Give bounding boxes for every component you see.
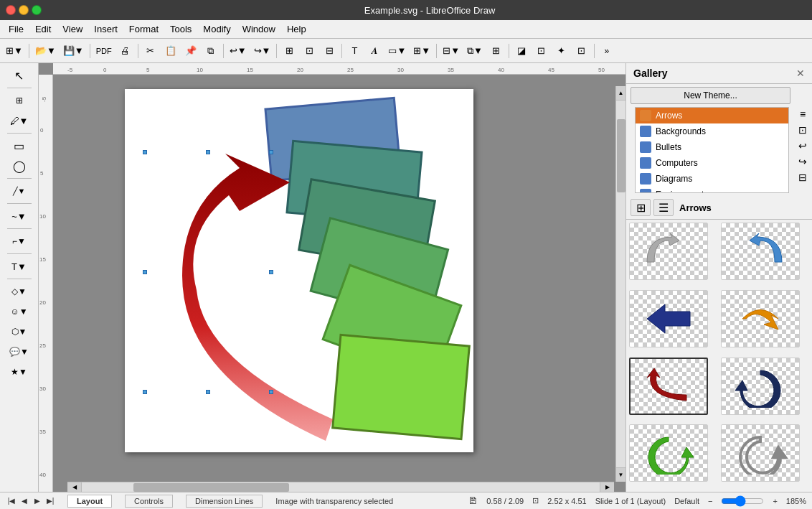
gallery-arrow-2[interactable] bbox=[721, 223, 800, 280]
selection-handle-mr[interactable] bbox=[269, 270, 273, 274]
undo-btn[interactable]: ↩▼ bbox=[227, 42, 250, 60]
gallery-item-bullets[interactable]: Bullets bbox=[636, 139, 788, 155]
gallery-arrow-4[interactable] bbox=[721, 290, 800, 347]
select-tool-btn[interactable]: ⊞▼ bbox=[3, 42, 26, 60]
selection-handle-tr[interactable] bbox=[269, 150, 273, 154]
zoom-slider[interactable] bbox=[721, 495, 764, 507]
text-tool[interactable]: T▼ bbox=[6, 257, 33, 276]
tab-controls[interactable]: Controls bbox=[125, 495, 173, 508]
menu-edit[interactable]: Edit bbox=[29, 22, 57, 37]
menu-format[interactable]: Format bbox=[123, 22, 164, 37]
gallery-arrow-5[interactable] bbox=[629, 358, 708, 415]
pan-tool[interactable]: ⊞ bbox=[6, 91, 33, 110]
selection-handle-br[interactable] bbox=[269, 390, 273, 394]
gallery-arrow-7[interactable] bbox=[629, 424, 708, 482]
flowchart-tool[interactable]: ⬡▼ bbox=[6, 322, 33, 341]
canvas-area[interactable]: -5 0 5 10 15 20 25 30 35 40 45 50 -5 bbox=[39, 63, 625, 492]
tab-layout[interactable]: Layout bbox=[67, 495, 112, 508]
menu-tools[interactable]: Tools bbox=[164, 22, 197, 37]
shadow-btn[interactable]: ◪ bbox=[512, 42, 531, 60]
zoom-out-btn[interactable]: − bbox=[708, 497, 712, 505]
stars-tool[interactable]: ★▼ bbox=[6, 363, 33, 381]
selection-handle-bm[interactable] bbox=[206, 390, 210, 394]
cut-btn[interactable]: ✂ bbox=[141, 42, 160, 60]
scroll-down[interactable]: ▼ bbox=[616, 467, 626, 482]
gallery-side-btn-4[interactable]: ↪ bbox=[796, 154, 810, 169]
align-btn[interactable]: ⊟▼ bbox=[440, 42, 463, 60]
edit-points-btn[interactable]: ✦ bbox=[552, 42, 571, 60]
nav-last-btn[interactable]: ▶| bbox=[44, 495, 56, 507]
basic-shapes-tool[interactable]: ◇▼ bbox=[6, 282, 33, 301]
scroll-vthumb[interactable] bbox=[617, 119, 625, 192]
paint-tool[interactable]: 🖊▼ bbox=[6, 111, 33, 130]
horizontal-scrollbar[interactable]: ◀ ▶ bbox=[67, 482, 614, 492]
close-button[interactable] bbox=[6, 5, 16, 15]
zoom-in-btn[interactable]: + bbox=[773, 497, 777, 505]
gallery-arrow-8[interactable] bbox=[721, 424, 800, 482]
paste-btn[interactable]: 📌 bbox=[181, 42, 200, 60]
gallery-item-backgrounds[interactable]: Backgrounds bbox=[636, 123, 788, 139]
gallery-side-btn-1[interactable]: ≡ bbox=[796, 107, 810, 121]
group-btn[interactable]: ⊞ bbox=[487, 42, 506, 60]
gallery-side-btn-2[interactable]: ⊡ bbox=[796, 123, 810, 137]
rectangle-tool[interactable]: ▭ bbox=[6, 136, 33, 155]
selection-handle-ml[interactable] bbox=[143, 270, 147, 274]
ellipse-tool[interactable]: ◯ bbox=[6, 157, 33, 175]
toggle-extrusion-btn[interactable]: ⊡ bbox=[572, 42, 591, 60]
nav-next-btn[interactable]: ▶ bbox=[32, 495, 43, 507]
fit-page-btn[interactable]: ⊡ bbox=[300, 42, 318, 60]
arrange-btn[interactable]: ⧉▼ bbox=[464, 42, 486, 60]
menu-insert[interactable]: Insert bbox=[88, 22, 123, 37]
text-btn[interactable]: T bbox=[345, 42, 364, 60]
gallery-side-btn-3[interactable]: ↩ bbox=[796, 139, 810, 153]
fontwork-btn[interactable]: 𝑨 bbox=[365, 42, 384, 60]
gallery-grid-view-btn[interactable]: ⊞ bbox=[631, 199, 651, 216]
gallery-list-view-btn[interactable]: ☰ bbox=[653, 199, 674, 216]
nav-prev-btn[interactable]: ◀ bbox=[19, 495, 30, 507]
position-btn[interactable]: ⊞▼ bbox=[410, 42, 433, 60]
select-tool[interactable]: ↖ bbox=[6, 66, 33, 85]
gallery-close-btn[interactable]: ✕ bbox=[796, 67, 805, 79]
save-btn[interactable]: 💾▼ bbox=[60, 42, 87, 60]
selection-handle-bl[interactable] bbox=[143, 390, 147, 394]
line-tool[interactable]: ╱▼ bbox=[6, 182, 33, 200]
scroll-left[interactable]: ◀ bbox=[67, 482, 82, 492]
menu-window[interactable]: Window bbox=[237, 22, 281, 37]
crop-btn[interactable]: ⊡ bbox=[532, 42, 551, 60]
nav-first-btn[interactable]: |◀ bbox=[6, 495, 17, 507]
gallery-side-btn-5[interactable]: ⊟ bbox=[796, 170, 810, 185]
callout-tool[interactable]: 💬▼ bbox=[6, 342, 33, 361]
scroll-right[interactable]: ▶ bbox=[600, 482, 614, 492]
redo-btn[interactable]: ↪▼ bbox=[251, 42, 274, 60]
scroll-thumb[interactable] bbox=[133, 483, 289, 492]
maximize-button[interactable] bbox=[32, 5, 42, 15]
symbol-shapes-tool[interactable]: ☺▼ bbox=[6, 302, 33, 321]
menu-file[interactable]: File bbox=[3, 22, 29, 37]
expand-btn[interactable]: » bbox=[598, 42, 616, 60]
connector-tool[interactable]: ⌐▼ bbox=[6, 232, 33, 251]
minimize-button[interactable] bbox=[19, 5, 29, 15]
chart-insert-btn[interactable]: ⊞ bbox=[280, 42, 298, 60]
gallery-item-environment[interactable]: Environment bbox=[636, 187, 788, 193]
gallery-arrow-3[interactable] bbox=[629, 290, 708, 347]
gallery-new-theme-btn[interactable]: New Theme... bbox=[631, 87, 790, 104]
copy-btn[interactable]: 📋 bbox=[161, 42, 180, 60]
zoom-page-btn[interactable]: ⊟ bbox=[320, 42, 339, 60]
scroll-up[interactable]: ▲ bbox=[616, 86, 626, 101]
open-btn[interactable]: 📂▼ bbox=[32, 42, 59, 60]
print-btn[interactable]: 🖨 bbox=[116, 42, 135, 60]
menu-help[interactable]: Help bbox=[281, 22, 312, 37]
vertical-scrollbar[interactable]: ▲ ▼ bbox=[615, 86, 625, 482]
menu-view[interactable]: View bbox=[57, 22, 88, 37]
gallery-arrow-6[interactable] bbox=[721, 358, 800, 415]
gallery-item-diagrams[interactable]: Diagrams bbox=[636, 171, 788, 187]
export-pdf-btn[interactable]: PDF bbox=[93, 42, 115, 60]
selection-handle-tl[interactable] bbox=[143, 150, 147, 154]
gallery-item-arrows[interactable]: Arrows bbox=[636, 108, 788, 123]
gallery-item-computers[interactable]: Computers bbox=[636, 155, 788, 171]
selection-handle-tm[interactable] bbox=[206, 150, 210, 154]
menu-modify[interactable]: Modify bbox=[197, 22, 236, 37]
gallery-arrow-1[interactable] bbox=[629, 223, 708, 280]
curve-tool[interactable]: ~▼ bbox=[6, 207, 33, 225]
tab-dimension-lines[interactable]: Dimension Lines bbox=[186, 495, 263, 508]
